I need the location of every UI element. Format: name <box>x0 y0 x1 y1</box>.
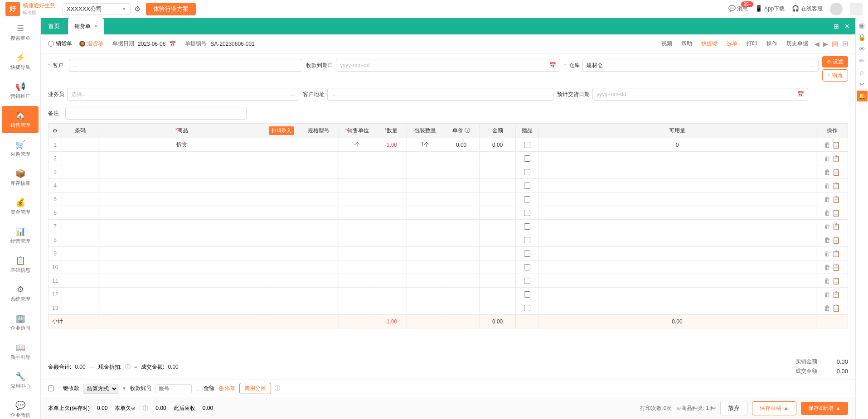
video-btn[interactable]: 视频 <box>659 39 675 48</box>
sidebar-item-app-center[interactable]: 🔧 应用中心 <box>2 367 39 394</box>
abandon-button[interactable]: 放弃 <box>720 401 747 415</box>
prev-icon[interactable]: ◀ <box>815 40 820 48</box>
copy-row7-icon[interactable]: 📋 <box>832 223 840 230</box>
sidebar-item-quick-nav[interactable]: ⚡ 快捷导航 <box>2 48 39 75</box>
add-payment-button[interactable]: ⊕ 添加 <box>218 384 236 393</box>
rs-eye-icon[interactable]: 👁 <box>857 43 868 54</box>
expected-delivery-input[interactable]: yyyy-mm-dd 📅 <box>592 88 808 101</box>
delete-row9-icon[interactable]: 🗑 <box>824 250 830 257</box>
scan-button[interactable]: 扫码录入 <box>269 126 294 135</box>
trial-button[interactable]: 体验行业方案 <box>146 3 196 15</box>
payment-method-select[interactable]: 结算方式 <box>83 384 118 394</box>
salesperson-input[interactable]: 选择... ... <box>67 88 299 101</box>
sidebar-item-purchase[interactable]: 🛒 采购管理 <box>2 135 39 162</box>
gear-icon[interactable]: ⚙ <box>134 5 141 13</box>
copy-row9-icon[interactable]: 📋 <box>832 250 840 257</box>
copy-row6-icon[interactable]: 📋 <box>832 209 840 217</box>
user-menu[interactable] <box>850 3 863 15</box>
rs-lock-icon[interactable]: 🔒 <box>857 32 868 43</box>
sidebar-item-marketing[interactable]: 📢 营销推广 <box>2 77 39 104</box>
warehouse-input[interactable]: 建材仓 ... <box>582 59 819 72</box>
rs-pen-icon[interactable]: ✏ <box>857 55 868 66</box>
delete-row11-icon[interactable]: 🗑 <box>824 277 830 284</box>
row1-amount[interactable]: 0.00 <box>480 138 516 152</box>
copy-row5-icon[interactable]: 📋 <box>832 196 840 203</box>
operate-btn[interactable]: 操作 <box>764 39 780 48</box>
online-service-button[interactable]: 🎧 在线客服 <box>792 5 823 13</box>
sidebar-item-system[interactable]: ⚙ 系统管理 <box>2 280 39 307</box>
copy-row4-icon[interactable]: 📋 <box>832 182 840 189</box>
sidebar-item-wechat[interactable]: 💬 企业微信 <box>2 396 39 419</box>
tab-close-all-icon[interactable]: ✕ <box>844 23 850 30</box>
copy-row2-icon[interactable]: 📋 <box>832 155 840 162</box>
bill-current-owe-help[interactable]: ⓘ <box>143 405 148 412</box>
sidebar-item-basic-info[interactable]: 📋 基础信息 <box>2 251 39 278</box>
delete-row2-icon[interactable]: 🗑 <box>824 155 830 162</box>
help-btn[interactable]: 帮助 <box>679 39 695 48</box>
copy-row13-icon[interactable]: 📋 <box>832 304 840 312</box>
delete-row7-icon[interactable]: 🗑 <box>824 223 830 230</box>
sidebar-item-finance[interactable]: 💰 资金管理 <box>2 193 39 220</box>
customer-addr-input[interactable]: ... <box>327 88 554 101</box>
row1-unit-price[interactable]: 0.00 <box>443 138 480 152</box>
copy-row3-icon[interactable]: 📋 <box>832 169 840 176</box>
delete-row12-icon[interactable]: 🗑 <box>824 291 830 298</box>
delete-row6-icon[interactable]: 🗑 <box>824 209 830 217</box>
save-new-button[interactable]: 保存&新增 ▲ <box>801 402 848 415</box>
row1-product[interactable]: 拆贡 <box>98 138 265 152</box>
help-circle-icon[interactable]: ⓘ <box>125 363 131 371</box>
copy-row11-icon[interactable]: 📋 <box>832 277 840 284</box>
row1-barcode[interactable] <box>62 138 98 152</box>
due-date-input[interactable]: yyyy-mm-dd 📅 <box>336 59 560 72</box>
settings-button[interactable]: ⊙ 设置 <box>822 56 848 67</box>
delete-row8-icon[interactable]: 🗑 <box>824 236 830 244</box>
remark-input[interactable] <box>65 107 247 120</box>
delete-row1-icon[interactable]: 🗑 <box>824 141 830 149</box>
sidebar-item-enterprise[interactable]: 🏢 企业协同 <box>2 309 39 336</box>
rs-bell-icon[interactable]: 🔔 <box>857 91 868 101</box>
tab-close-icon[interactable]: × <box>94 23 97 29</box>
tab-home[interactable]: 首页 <box>41 18 67 34</box>
row1-unit[interactable]: 个 <box>339 138 375 152</box>
sidebar-item-management[interactable]: 📊 经营管理 <box>2 222 39 249</box>
delete-row13-icon[interactable]: 🗑 <box>824 304 830 312</box>
sidebar-item-search[interactable]: ☰ 搜索菜单 <box>2 19 39 46</box>
copy-row12-icon[interactable]: 📋 <box>832 291 840 298</box>
rs-table-icon[interactable]: ▣ <box>857 20 868 31</box>
sidebar-item-sales[interactable]: 🏠 销售管理 <box>2 106 39 133</box>
copy-row8-icon[interactable]: 📋 <box>832 236 840 244</box>
table-view-icon[interactable]: ▤ <box>832 39 839 48</box>
history-btn[interactable]: 历史单据 <box>784 39 811 48</box>
copy-row10-icon[interactable]: 📋 <box>832 264 840 271</box>
rs-star-icon[interactable]: ☆ <box>857 67 868 78</box>
expense-help-icon[interactable]: ⓘ <box>275 385 280 392</box>
sidebar-item-guide[interactable]: 📖 新手引导 <box>2 338 39 365</box>
next-icon[interactable]: ▶ <box>823 40 828 48</box>
save-draft-button[interactable]: 保存草稿 ▲ <box>752 401 796 415</box>
user-avatar[interactable] <box>830 3 843 15</box>
row1-spec[interactable] <box>298 138 339 152</box>
bank-account-input[interactable] <box>155 384 192 393</box>
delete-row4-icon[interactable]: 🗑 <box>824 182 830 189</box>
delete-row3-icon[interactable]: 🗑 <box>824 169 830 176</box>
delete-row5-icon[interactable]: 🗑 <box>824 196 830 203</box>
row1-pack-qty[interactable]: 1个 <box>407 138 443 152</box>
row1-gift[interactable] <box>516 138 538 152</box>
customer-input[interactable]: ... <box>69 59 302 72</box>
app-download-button[interactable]: 📱 App下载 <box>755 5 785 13</box>
row1-quantity[interactable]: -1.00 <box>375 138 407 152</box>
rs-scissors-icon[interactable]: ✂ <box>857 79 868 90</box>
company-selector[interactable]: XXXXXX公司 ▼ <box>63 3 131 15</box>
sidebar-item-inventory[interactable]: 📦 库存核算 <box>2 164 39 191</box>
shortcut-btn[interactable]: 快捷键 <box>698 39 720 48</box>
copy-row1-icon[interactable]: 📋 <box>832 141 840 149</box>
tab-expand-icon[interactable]: ⊞ <box>834 23 839 30</box>
grid-view-icon[interactable]: ⊞ <box>842 39 848 48</box>
expense-split-button[interactable]: 费用分摊 <box>239 383 271 394</box>
one-click-checkbox[interactable] <box>48 385 54 391</box>
logistics-button[interactable]: + 物流 <box>822 69 848 82</box>
print-btn[interactable]: 打印 <box>744 39 760 48</box>
radio-return-order[interactable]: 退货单 <box>79 40 103 48</box>
select-order-btn[interactable]: 选单 <box>724 39 740 48</box>
calendar-icon[interactable]: 📅 <box>169 41 176 47</box>
